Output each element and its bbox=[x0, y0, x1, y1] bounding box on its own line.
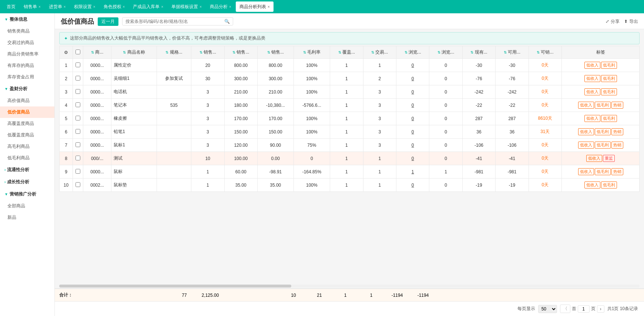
col-coverage[interactable]: ⇅ 覆盖... bbox=[330, 46, 363, 59]
row-checkbox[interactable] bbox=[73, 179, 83, 192]
sidebar-item-high-coverage[interactable]: 高覆盖度商品 bbox=[0, 118, 54, 129]
row-select-checkbox[interactable] bbox=[76, 102, 80, 107]
row-select-checkbox[interactable] bbox=[76, 129, 80, 134]
row-select-checkbox[interactable] bbox=[76, 62, 80, 67]
nav-products-in[interactable]: 产成品入库单 × bbox=[129, 1, 167, 12]
close-icon[interactable]: × bbox=[161, 5, 163, 9]
sidebar-group-overall[interactable]: ▼ 整体信息 bbox=[0, 13, 54, 26]
table-row[interactable]: 2 0000... 吴细细1 参加复试 30 300.00 300.00 100… bbox=[60, 72, 640, 85]
row-browse1[interactable]: 0 bbox=[396, 112, 429, 125]
close-icon[interactable]: × bbox=[229, 5, 231, 9]
sidebar-item-stock-capital[interactable]: 库存资金占用 bbox=[0, 71, 54, 83]
row-checkbox[interactable] bbox=[73, 165, 83, 179]
row-browse1[interactable]: 0 bbox=[396, 59, 429, 72]
col-margin[interactable]: ⇅ 毛利率 bbox=[294, 46, 330, 59]
row-checkbox[interactable] bbox=[73, 99, 83, 112]
sidebar-item-low-value[interactable]: 低价值商品 bbox=[0, 106, 54, 118]
scrollbar-thumb[interactable] bbox=[59, 285, 291, 288]
row-select-checkbox[interactable] bbox=[76, 116, 80, 120]
table-row[interactable]: 10 0002... 鼠标垫 1 35.00 35.00 100% 1 1 0 … bbox=[60, 179, 640, 192]
table-row[interactable]: 9 0000... 鼠标 1 60.00 -98.91 -164.85% 1 1… bbox=[60, 165, 640, 179]
settings-icon[interactable]: ⚙ bbox=[64, 50, 68, 55]
sidebar-item-new-products[interactable]: 新品 bbox=[0, 212, 54, 223]
nav-product-analysis[interactable]: 商品分析 × bbox=[206, 1, 235, 12]
row-browse1[interactable]: 0 bbox=[396, 152, 429, 165]
sidebar-group-liquidity[interactable]: › 流通性分析 bbox=[0, 164, 54, 176]
row-checkbox[interactable] bbox=[73, 85, 83, 99]
close-icon[interactable]: × bbox=[199, 5, 202, 9]
row-select-checkbox[interactable] bbox=[76, 142, 80, 147]
table-row[interactable]: 6 0000... 铅笔1 3 150.00 150.00 100% 1 3 0… bbox=[60, 125, 640, 139]
row-browse1[interactable]: 0 bbox=[396, 72, 429, 85]
filter-button[interactable]: 近一月 bbox=[98, 17, 118, 26]
sidebar-item-low-coverage[interactable]: 低覆盖度商品 bbox=[0, 129, 54, 141]
sidebar-group-growth[interactable]: › 成长性分析 bbox=[0, 176, 54, 188]
row-checkbox[interactable] bbox=[73, 112, 83, 125]
col-settings[interactable]: ⚙ bbox=[60, 46, 73, 59]
sidebar-group-profit[interactable]: ▼ 盈财分析 bbox=[0, 83, 54, 95]
sidebar-item-in-stock[interactable]: 有库存的商品 bbox=[0, 60, 54, 71]
col-sales1[interactable]: ⇅ 销售... bbox=[191, 46, 224, 59]
sidebar-item-high-margin[interactable]: 高毛利商品 bbox=[0, 141, 54, 152]
sidebar-item-category-sales-rate[interactable]: 商品分类销售率 bbox=[0, 48, 54, 60]
row-browse1[interactable]: 1 bbox=[396, 165, 429, 179]
per-page-select[interactable]: 50 100 bbox=[538, 305, 557, 313]
row-checkbox[interactable] bbox=[73, 125, 83, 139]
nav-home[interactable]: 首页 bbox=[3, 1, 19, 12]
first-page-button[interactable]: 〈 bbox=[560, 305, 570, 313]
col-stock1[interactable]: ⇅ 现有... bbox=[462, 46, 495, 59]
row-checkbox[interactable] bbox=[73, 139, 83, 152]
close-icon[interactable]: × bbox=[93, 5, 95, 9]
export-button[interactable]: ⬆ 导出 bbox=[624, 18, 638, 25]
table-row[interactable]: 4 0000... 笔记本 535 3 180.00 -10,380... -5… bbox=[60, 99, 640, 112]
col-checkbox[interactable] bbox=[73, 46, 83, 59]
sidebar-group-marketing[interactable]: ▼ 营销推广分析 bbox=[0, 188, 54, 200]
row-browse1[interactable]: 0 bbox=[396, 179, 429, 192]
row-select-checkbox[interactable] bbox=[76, 156, 80, 160]
horizontal-scrollbar[interactable] bbox=[59, 285, 640, 288]
table-row[interactable]: 3 0000... 电话机 3 210.00 210.00 100% 1 3 0… bbox=[60, 85, 640, 99]
col-name[interactable]: ⇅ 商品名称 bbox=[111, 46, 157, 59]
table-row[interactable]: 1 0000... 属性定价 20 800.00 800.00 100% 1 1… bbox=[60, 59, 640, 72]
col-stock3[interactable]: ⇅ 可销... bbox=[529, 46, 561, 59]
nav-roles[interactable]: 角色授权 × bbox=[100, 1, 129, 12]
nav-product-analysis-list[interactable]: 商品分析列表 × bbox=[236, 1, 274, 12]
col-stock2[interactable]: ⇅ 可用... bbox=[496, 46, 529, 59]
sidebar-item-high-value[interactable]: 高价值商品 bbox=[0, 95, 54, 106]
sidebar-item-sales-products[interactable]: 销售类商品 bbox=[0, 26, 54, 37]
col-code[interactable]: ⇅ 商... bbox=[83, 46, 111, 59]
share-button[interactable]: ⤢ 分享 bbox=[606, 18, 620, 25]
col-sales3[interactable]: ⇅ 销售... bbox=[257, 46, 294, 59]
row-browse1[interactable]: 0 bbox=[396, 139, 429, 152]
row-checkbox[interactable] bbox=[73, 72, 83, 85]
close-icon[interactable]: × bbox=[64, 5, 66, 9]
data-table-wrapper[interactable]: ⚙ ⇅ 商... ⇅ 商品名称 ⇅ 规格... ⇅ 销售... ⇅ 销售... … bbox=[59, 46, 640, 285]
row-select-checkbox[interactable] bbox=[76, 76, 80, 81]
close-icon[interactable]: × bbox=[268, 5, 270, 9]
col-spec[interactable]: ⇅ 规格... bbox=[157, 46, 191, 59]
row-checkbox[interactable] bbox=[73, 59, 83, 72]
next-page-button[interactable]: › bbox=[597, 305, 604, 313]
row-browse1[interactable]: 0 bbox=[396, 85, 429, 99]
close-icon[interactable]: × bbox=[38, 5, 41, 9]
nav-sales[interactable]: 销售单 × bbox=[20, 1, 44, 12]
row-checkbox[interactable] bbox=[73, 152, 83, 165]
col-browse2[interactable]: ⇅ 浏览... bbox=[429, 46, 462, 59]
select-all-checkbox[interactable] bbox=[76, 50, 80, 54]
search-input[interactable] bbox=[125, 19, 222, 24]
col-trade[interactable]: ⇅ 交易... bbox=[363, 46, 396, 59]
row-browse1[interactable]: 0 bbox=[396, 125, 429, 139]
sidebar-item-low-margin[interactable]: 低毛利商品 bbox=[0, 152, 54, 164]
row-select-checkbox[interactable] bbox=[76, 89, 80, 94]
table-row[interactable]: 7 0000... 鼠标1 3 120.00 90.00 75% 1 3 0 0… bbox=[60, 139, 640, 152]
page-number-input[interactable] bbox=[578, 305, 590, 313]
per-page-dropdown[interactable]: 50 100 bbox=[538, 305, 557, 313]
table-row[interactable]: 5 0000... 橡皮擦 3 170.00 170.00 100% 1 3 0… bbox=[60, 112, 640, 125]
row-select-checkbox[interactable] bbox=[76, 169, 80, 174]
col-browse1[interactable]: ⇅ 浏览... bbox=[396, 46, 429, 59]
row-browse1[interactable]: 0 bbox=[396, 99, 429, 112]
close-icon[interactable]: × bbox=[123, 5, 125, 9]
table-row[interactable]: 8 000/... 测试 10 100.00 0.00 0 1 1 0 0 -4… bbox=[60, 152, 640, 165]
row-select-checkbox[interactable] bbox=[76, 182, 80, 187]
col-sales2[interactable]: ⇅ 销售... bbox=[224, 46, 257, 59]
